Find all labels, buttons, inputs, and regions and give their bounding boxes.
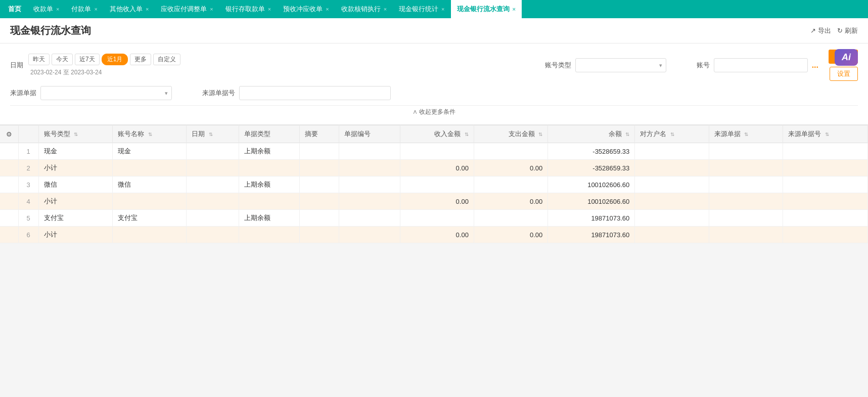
cell-account-name: 支付宝 bbox=[112, 210, 186, 227]
cell-expense bbox=[474, 210, 547, 227]
nav-item-ar-adjust[interactable]: 应收应付调整单 × bbox=[155, 0, 219, 18]
export-button[interactable]: ↗ 导出 bbox=[810, 26, 831, 35]
close-icon[interactable]: × bbox=[94, 6, 97, 12]
col-counterpart[interactable]: 对方户名 ⇅ bbox=[635, 125, 709, 143]
source-doc-select[interactable] bbox=[40, 86, 172, 100]
cell-income bbox=[400, 143, 474, 160]
cell-source-doc-no bbox=[783, 160, 868, 177]
close-icon[interactable]: × bbox=[513, 6, 516, 12]
col-num bbox=[18, 125, 38, 143]
cell-gear bbox=[0, 227, 18, 243]
date-btn-last1m[interactable]: 近1月 bbox=[102, 54, 128, 65]
nav-item-other-income[interactable]: 其他收入单 × bbox=[104, 0, 155, 18]
close-icon[interactable]: × bbox=[210, 6, 213, 12]
cell-doc-no bbox=[339, 160, 400, 177]
cell-source-doc bbox=[709, 177, 783, 193]
cell-num: 1 bbox=[18, 143, 38, 160]
nav-label-receipt: 收款单 bbox=[33, 5, 53, 14]
nav-item-prepay-offset[interactable]: 预收冲应收单 × bbox=[277, 0, 335, 18]
account-input[interactable] bbox=[714, 58, 808, 72]
nav-label-prepay-offset: 预收冲应收单 bbox=[283, 5, 323, 14]
date-btn-today[interactable]: 今天 bbox=[52, 54, 73, 65]
col-gear[interactable]: ⚙ bbox=[0, 125, 18, 143]
cell-summary bbox=[300, 210, 339, 227]
filter-area: 日期 昨天 今天 近7天 近1月 更多 自定义 2023-02-24 至 202… bbox=[0, 43, 868, 125]
data-table: ⚙ 账号类型 ⇅ 账号名称 ⇅ 日期 ⇅ 单据类型 摘要 bbox=[0, 125, 868, 243]
cell-counterpart bbox=[635, 143, 709, 160]
table-row[interactable]: 6小计0.000.0019871073.60 bbox=[0, 227, 868, 243]
sort-icon: ⇅ bbox=[625, 131, 629, 137]
date-btn-custom[interactable]: 自定义 bbox=[153, 54, 180, 65]
filter-row-1: 日期 昨天 今天 近7天 近1月 更多 自定义 2023-02-24 至 202… bbox=[10, 50, 858, 81]
account-ellipsis-btn[interactable]: ... bbox=[812, 61, 818, 70]
nav-item-payment[interactable]: 付款单 × bbox=[65, 0, 103, 18]
account-type-select[interactable] bbox=[575, 58, 666, 72]
col-expense[interactable]: 支出金额 ⇅ bbox=[474, 125, 547, 143]
cell-summary bbox=[300, 177, 339, 193]
cell-num: 4 bbox=[18, 193, 38, 210]
close-icon[interactable]: × bbox=[326, 6, 329, 12]
close-icon[interactable]: × bbox=[268, 6, 271, 12]
collapse-bar[interactable]: ∧ 收起更多条件 bbox=[10, 105, 858, 118]
cell-balance: 100102606.60 bbox=[548, 177, 635, 193]
table-row[interactable]: 1现金现金上期余额-3528659.33 bbox=[0, 143, 868, 160]
cell-summary bbox=[300, 160, 339, 177]
cell-expense bbox=[474, 177, 547, 193]
cell-date bbox=[187, 210, 239, 227]
col-account-name[interactable]: 账号名称 ⇅ bbox=[112, 125, 186, 143]
cell-gear bbox=[0, 160, 18, 177]
col-summary-label: 摘要 bbox=[305, 130, 318, 138]
nav-item-cash-bank-stat[interactable]: 现金银行统计 × bbox=[393, 0, 450, 18]
cell-balance: 19871073.60 bbox=[548, 210, 635, 227]
col-source-doc[interactable]: 来源单据 ⇅ bbox=[709, 125, 783, 143]
date-btn-yesterday[interactable]: 昨天 bbox=[28, 54, 50, 65]
cell-summary bbox=[300, 193, 339, 210]
table-row[interactable]: 4小计0.000.00100102606.60 bbox=[0, 193, 868, 210]
nav-item-bank-deposit[interactable]: 银行存取款单 × bbox=[219, 0, 277, 18]
close-icon[interactable]: × bbox=[384, 6, 387, 12]
col-income[interactable]: 收入金额 ⇅ bbox=[400, 125, 474, 143]
nav-item-home[interactable]: 首页 bbox=[2, 0, 27, 18]
cell-date bbox=[187, 177, 239, 193]
export-icon: ↗ bbox=[810, 27, 816, 34]
col-account-type[interactable]: 账号类型 ⇅ bbox=[38, 125, 112, 143]
cell-num: 6 bbox=[18, 227, 38, 243]
date-filter-col: 昨天 今天 近7天 近1月 更多 自定义 2023-02-24 至 2023-0… bbox=[28, 54, 180, 77]
date-btn-last7[interactable]: 近7天 bbox=[75, 54, 100, 65]
cell-counterpart bbox=[635, 210, 709, 227]
nav-label-collect-verify: 收款核销执行 bbox=[341, 5, 381, 14]
ai-badge[interactable]: Ai bbox=[835, 49, 858, 66]
col-balance-label: 余额 bbox=[609, 130, 622, 138]
cell-gear bbox=[0, 210, 18, 227]
source-doc-no-input[interactable] bbox=[239, 86, 391, 100]
nav-label-bank-deposit: 银行存取款单 bbox=[225, 5, 265, 14]
col-source-doc-no[interactable]: 来源单据号 ⇅ bbox=[783, 125, 868, 143]
col-balance[interactable]: 余额 ⇅ bbox=[548, 125, 635, 143]
table-row[interactable]: 2小计0.000.00-3528659.33 bbox=[0, 160, 868, 177]
cell-num: 5 bbox=[18, 210, 38, 227]
export-label: 导出 bbox=[818, 26, 831, 35]
close-icon[interactable]: × bbox=[56, 6, 59, 12]
cell-expense: 0.00 bbox=[474, 193, 547, 210]
cell-date bbox=[187, 193, 239, 210]
cell-counterpart bbox=[635, 177, 709, 193]
nav-item-cash-bank-flow[interactable]: 现金银行流水查询 × bbox=[451, 0, 522, 18]
cell-date bbox=[187, 227, 239, 243]
col-date[interactable]: 日期 ⇅ bbox=[187, 125, 239, 143]
table-container: ⚙ 账号类型 ⇅ 账号名称 ⇅ 日期 ⇅ 单据类型 摘要 bbox=[0, 125, 868, 243]
nav-item-collect-verify[interactable]: 收款核销执行 × bbox=[335, 0, 393, 18]
nav-label-cash-bank-stat: 现金银行统计 bbox=[399, 5, 438, 14]
date-btn-more[interactable]: 更多 bbox=[130, 54, 151, 65]
table-row[interactable]: 5支付宝支付宝上期余额19871073.60 bbox=[0, 210, 868, 227]
close-icon[interactable]: × bbox=[441, 6, 444, 12]
nav-item-receipt[interactable]: 收款单 × bbox=[27, 0, 65, 18]
cell-doc-type bbox=[239, 193, 300, 210]
setting-button[interactable]: 设置 bbox=[830, 67, 858, 81]
cell-doc-no bbox=[339, 227, 400, 243]
col-account-name-label: 账号名称 bbox=[118, 130, 144, 138]
close-icon[interactable]: × bbox=[146, 6, 149, 12]
refresh-button[interactable]: ↻ 刷新 bbox=[837, 26, 858, 35]
cell-balance: 19871073.60 bbox=[548, 227, 635, 243]
table-row[interactable]: 3微信微信上期余额100102606.60 bbox=[0, 177, 868, 193]
cell-income: 0.00 bbox=[400, 193, 474, 210]
